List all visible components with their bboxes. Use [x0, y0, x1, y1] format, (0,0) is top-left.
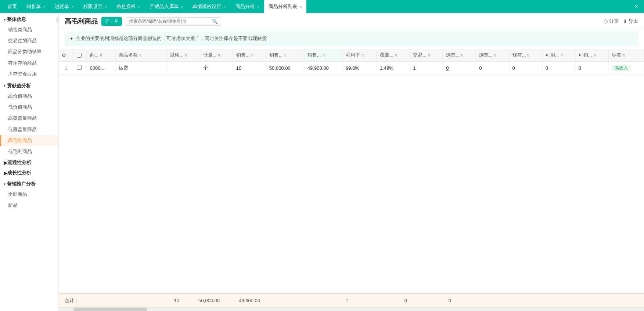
- th-unit[interactable]: 计量...⇅: [200, 49, 233, 62]
- sidebar-item-high-margin[interactable]: 高毛利商品: [0, 135, 58, 146]
- arrow-growth: ▶: [4, 170, 7, 176]
- cell-unit: 个: [200, 62, 233, 75]
- select-all-checkbox[interactable]: [77, 53, 82, 58]
- cell-current-stock: 0: [509, 62, 542, 75]
- sidebar-item-new-products[interactable]: 新品: [0, 200, 58, 211]
- th-sales-cost[interactable]: 销售...⇅: [304, 49, 342, 62]
- footer-transactions: 1: [292, 298, 351, 303]
- th-sales-qty[interactable]: 销售...⇅: [233, 49, 266, 62]
- footer-sales-qty: 10: [153, 298, 182, 303]
- th-browse2[interactable]: 浏览...⇅: [476, 49, 509, 62]
- nav-permissions-close[interactable]: ×: [105, 4, 107, 9]
- sidebar-item-category-rate[interactable]: 商品分类助销率: [0, 46, 58, 57]
- sidebar-group-overall[interactable]: ▾ 整体信息: [0, 13, 58, 24]
- cell-checkbox[interactable]: [73, 62, 87, 75]
- th-gross-margin[interactable]: 毛利率⇅: [342, 49, 377, 62]
- th-saleable[interactable]: 可销...⇅: [575, 49, 608, 62]
- sort-icon-browse1: ⇅: [461, 53, 464, 57]
- cell-sales-qty: 10: [233, 62, 266, 75]
- sidebar-item-traded-products[interactable]: 交易过的商品: [0, 35, 58, 46]
- sort-icon-sales-cost: ⇅: [322, 53, 325, 57]
- nav-templates-close[interactable]: ×: [223, 4, 226, 9]
- sidebar: « ▾ 整体信息 销售类商品 交易过的商品 商品分类助销率 有库存的商品 库存资…: [0, 13, 59, 311]
- sidebar-group-liquidity[interactable]: ▶ 流通性分析: [0, 157, 58, 167]
- nav-home[interactable]: 首页: [3, 0, 21, 13]
- footer-sales-amount: 50,000.00: [182, 298, 223, 303]
- nav-instock-close[interactable]: ×: [181, 4, 183, 9]
- footer-saleable: 0: [425, 298, 454, 303]
- th-available[interactable]: 可用...⇅: [542, 49, 575, 62]
- cell-tag: 高收入: [609, 62, 644, 75]
- nav-templates[interactable]: 单据模板设置 ×: [188, 0, 230, 13]
- sidebar-item-low-value[interactable]: 低价值商品: [0, 102, 58, 113]
- nav-purchase[interactable]: 进货单 ×: [50, 0, 78, 13]
- cell-sales-cost: 49,900.00: [304, 62, 342, 75]
- search-input[interactable]: [129, 19, 212, 24]
- th-coverage[interactable]: 覆盖...⇅: [377, 49, 410, 62]
- nav-product-analysis-list[interactable]: 商品分析列表 ×: [264, 0, 306, 13]
- th-settings[interactable]: ⚙: [59, 49, 73, 62]
- cell-browse1[interactable]: 0: [443, 62, 476, 75]
- footer-row: 合计： 10 50,000.00 49,900.00 1 0 0: [59, 293, 644, 307]
- sort-icon-transactions: ⇅: [428, 53, 431, 57]
- close-all-tabs[interactable]: ×: [632, 3, 641, 10]
- cell-code: 0000...: [87, 62, 116, 75]
- share-button[interactable]: ⬡ 分享: [604, 18, 619, 25]
- table-wrapper: ⚙ 商...⇅ 商品名称⇅ 规格...⇅: [59, 49, 644, 293]
- cell-browse2: 0: [476, 62, 509, 75]
- sidebar-item-sales-products[interactable]: 销售类商品: [0, 24, 58, 35]
- cell-spec: [167, 62, 200, 75]
- table-header-row: ⚙ 商...⇅ 商品名称⇅ 规格...⇅: [59, 49, 644, 62]
- sort-icon-current-stock: ⇅: [527, 53, 530, 57]
- share-icon: ⬡: [604, 19, 608, 24]
- horizontal-scrollbar[interactable]: [59, 307, 644, 311]
- nav-permissions[interactable]: 权限设置 ×: [79, 0, 111, 13]
- nav-product-analysis-list-close[interactable]: ×: [299, 4, 302, 9]
- sidebar-group-marketing[interactable]: ▾ 营销推广分析: [0, 178, 58, 189]
- scrollbar-thumb[interactable]: [73, 308, 147, 311]
- sort-icon-gross-margin: ⇅: [361, 53, 364, 57]
- main-layout: « ▾ 整体信息 销售类商品 交易过的商品 商品分类助销率 有库存的商品 库存资…: [0, 13, 644, 311]
- info-icon: ✦: [69, 36, 73, 41]
- th-current-stock[interactable]: 现有...⇅: [509, 49, 542, 62]
- row-checkbox[interactable]: [77, 65, 82, 70]
- nav-product-analysis[interactable]: 商品分析 ×: [231, 0, 263, 13]
- page-title: 高毛利商品: [65, 17, 98, 26]
- cell-available: 0: [542, 62, 575, 75]
- export-icon: ⬇: [623, 19, 627, 24]
- nav-sales-close[interactable]: ×: [43, 4, 45, 9]
- sidebar-group-contribution[interactable]: ▾ 贡献值分析: [0, 80, 58, 91]
- search-box: 🔍: [126, 17, 221, 26]
- export-button[interactable]: ⬇ 导出: [623, 18, 638, 25]
- nav-sales[interactable]: 销售单 ×: [22, 0, 50, 13]
- sort-icon-code: ⇅: [100, 53, 102, 57]
- th-code[interactable]: 商...⇅: [87, 49, 116, 62]
- nav-instock[interactable]: 产成品入库单 ×: [145, 0, 187, 13]
- search-icon[interactable]: 🔍: [212, 19, 218, 24]
- arrow-liquidity: ▶: [4, 160, 7, 166]
- th-sales-amount[interactable]: 销售...⇅: [266, 49, 304, 62]
- nav-product-analysis-close[interactable]: ×: [257, 4, 259, 9]
- nav-roles[interactable]: 角色授权 ×: [112, 0, 144, 13]
- th-browse1[interactable]: 浏览...⇅: [443, 49, 476, 62]
- sidebar-item-high-coverage[interactable]: 高覆盖量商品: [0, 113, 58, 124]
- th-transactions[interactable]: 交易...⇅: [410, 49, 443, 62]
- sidebar-item-all-products[interactable]: 全部商品: [0, 189, 58, 200]
- th-name[interactable]: 商品名称⇅: [116, 49, 167, 62]
- product-table: ⚙ 商...⇅ 商品名称⇅ 规格...⇅: [59, 49, 644, 75]
- date-filter-button[interactable]: 近一月: [101, 17, 122, 26]
- th-spec[interactable]: 规格...⇅: [167, 49, 200, 62]
- sidebar-item-low-margin[interactable]: 低毛利商品: [0, 146, 58, 157]
- footer-label: 合计：: [65, 297, 87, 304]
- th-tag[interactable]: 标签⇅: [609, 49, 644, 62]
- sidebar-group-growth[interactable]: ▶ 成长性分析: [0, 167, 58, 178]
- sidebar-item-in-stock[interactable]: 有库存的商品: [0, 58, 58, 69]
- sidebar-item-high-value[interactable]: 高价值商品: [0, 91, 58, 102]
- sort-icon-available: ⇅: [560, 53, 563, 57]
- nav-purchase-close[interactable]: ×: [71, 4, 73, 9]
- cell-name[interactable]: 运费: [116, 62, 167, 75]
- tag-badge: 高收入: [612, 65, 631, 71]
- sidebar-item-stock-capital[interactable]: 库存资金占用: [0, 69, 58, 80]
- nav-roles-close[interactable]: ×: [138, 4, 140, 9]
- sidebar-item-low-coverage[interactable]: 低覆盖量商品: [0, 124, 58, 135]
